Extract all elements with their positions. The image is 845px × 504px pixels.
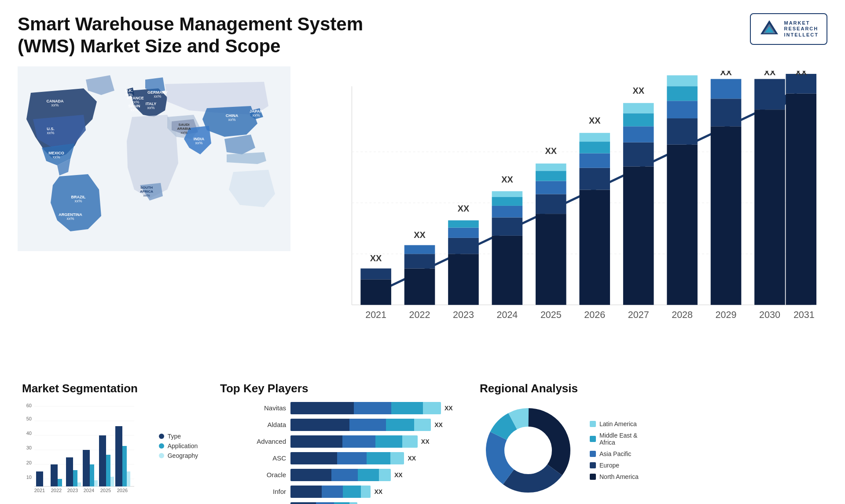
svg-text:2025: 2025 xyxy=(100,488,111,493)
header: Smart Warehouse Management System (WMS) … xyxy=(18,13,827,58)
player-xx-infor: XX xyxy=(374,488,382,495)
svg-rect-52 xyxy=(579,153,610,168)
legend-latin-america: Latin America xyxy=(590,420,639,427)
legend-geo-dot xyxy=(159,453,164,458)
svg-rect-62 xyxy=(667,144,698,305)
players-list: Navitas XX Aldata xyxy=(220,402,458,504)
legend-type: Type xyxy=(159,433,198,440)
svg-rect-100 xyxy=(99,435,106,486)
player-bar-highjump: XX xyxy=(290,502,458,504)
svg-rect-101 xyxy=(106,455,110,486)
svg-rect-70 xyxy=(754,110,785,305)
label-south-africa: SOUTH xyxy=(140,186,153,190)
player-navitas: Navitas XX xyxy=(220,402,458,414)
svg-text:XX: XX xyxy=(545,146,557,156)
svg-rect-38 xyxy=(492,236,523,305)
legend-mea-label: Middle East &Africa xyxy=(599,432,637,446)
segmentation-title: Market Segmentation xyxy=(22,382,198,395)
player-name-advanced: Advanced xyxy=(220,438,286,445)
x-label-2026: 2026 xyxy=(584,310,605,320)
svg-rect-67 xyxy=(711,126,742,305)
player-name-navitas: Navitas xyxy=(220,404,286,412)
logo-line3: INTELLECT xyxy=(784,32,819,38)
svg-rect-102 xyxy=(110,477,114,486)
legend-asia: Asia Pacific xyxy=(590,450,639,457)
regional-title: Regional Analysis xyxy=(480,382,823,395)
svg-rect-56 xyxy=(623,166,654,305)
svg-rect-53 xyxy=(579,142,610,153)
svg-text:XX: XX xyxy=(501,175,513,184)
svg-text:XX: XX xyxy=(632,85,644,95)
logo-line2: RESEARCH xyxy=(784,26,819,32)
legend-na-label: North America xyxy=(599,473,639,480)
x-label-2022: 2022 xyxy=(409,310,430,320)
legend-mea: Middle East &Africa xyxy=(590,432,639,446)
donut-svg xyxy=(480,402,577,499)
svg-text:XX: XX xyxy=(764,71,776,77)
svg-text:XX: XX xyxy=(414,230,426,240)
legend-application: Application xyxy=(159,442,198,449)
segmentation-section: Market Segmentation 60 50 40 30 20 10 xyxy=(18,377,202,504)
legend-europe-color xyxy=(590,462,596,468)
svg-text:xx%: xx% xyxy=(228,117,235,122)
legend-type-dot xyxy=(159,434,164,439)
legend-na-color xyxy=(590,474,596,480)
x-label-2029: 2029 xyxy=(716,310,737,320)
svg-text:xx%: xx% xyxy=(74,199,82,203)
svg-text:40: 40 xyxy=(26,431,32,436)
player-asc: ASC XX xyxy=(220,452,458,464)
legend-asia-label: Asia Pacific xyxy=(599,450,631,457)
svg-rect-68 xyxy=(711,99,742,126)
logo-text: MARKET RESEARCH INTELLECT xyxy=(784,20,819,38)
legend-app-label: Application xyxy=(168,442,198,449)
svg-rect-40 xyxy=(492,206,523,218)
svg-text:xx%: xx% xyxy=(66,216,74,221)
svg-text:2023: 2023 xyxy=(67,488,78,493)
svg-rect-39 xyxy=(492,217,523,235)
svg-rect-69 xyxy=(711,79,742,99)
svg-rect-92 xyxy=(51,464,58,486)
player-bar-advanced: XX xyxy=(290,435,458,448)
x-label-2028: 2028 xyxy=(672,310,693,320)
legend-la-color xyxy=(590,421,596,427)
player-highjump: HighJump Software XX xyxy=(220,502,458,504)
svg-text:2024: 2024 xyxy=(84,488,94,493)
svg-rect-97 xyxy=(83,450,90,486)
top-row: CANADA xx% U.S. xx% MEXICO xx% BRAZIL xx… xyxy=(18,66,827,369)
bar-chart-section: XX XX XX XX xyxy=(304,66,827,369)
svg-rect-93 xyxy=(58,479,62,486)
svg-text:xx%: xx% xyxy=(195,141,202,145)
logo-line1: MARKET xyxy=(784,20,819,26)
player-name-oracle: Oracle xyxy=(220,471,286,478)
svg-text:XX: XX xyxy=(370,253,382,263)
svg-rect-99 xyxy=(94,480,98,486)
svg-text:2022: 2022 xyxy=(51,488,62,493)
player-bar-navitas: XX xyxy=(290,402,458,414)
svg-text:xx%: xx% xyxy=(154,94,161,99)
page-container: Smart Warehouse Management System (WMS) … xyxy=(0,0,845,504)
player-name-infor: Infor xyxy=(220,488,286,495)
seg-chart: 60 50 40 30 20 10 xyxy=(22,402,136,503)
legend-asia-color xyxy=(590,451,596,457)
svg-text:XX: XX xyxy=(720,71,732,77)
svg-text:2021: 2021 xyxy=(34,488,45,493)
svg-rect-34 xyxy=(448,238,479,254)
svg-rect-60 xyxy=(623,103,654,113)
svg-rect-31 xyxy=(404,245,435,254)
legend-geography: Geography xyxy=(159,452,198,459)
svg-rect-66 xyxy=(667,75,698,86)
svg-rect-50 xyxy=(579,190,610,305)
svg-rect-65 xyxy=(667,86,698,101)
map-svg: CANADA xx% U.S. xx% MEXICO xx% BRAZIL xx… xyxy=(18,66,290,251)
x-label-2027: 2027 xyxy=(628,310,649,320)
label-saudi: SAUDI xyxy=(179,123,190,127)
player-xx-oracle: XX xyxy=(394,471,403,478)
svg-rect-94 xyxy=(66,457,73,486)
x-label-2025: 2025 xyxy=(540,310,562,320)
svg-rect-29 xyxy=(404,268,435,305)
svg-text:xx%: xx% xyxy=(47,131,54,135)
player-bar-asc: XX xyxy=(290,452,458,464)
svg-point-117 xyxy=(505,427,551,474)
players-section: Top Key Players Navitas XX xyxy=(216,377,462,504)
x-label-2024: 2024 xyxy=(496,310,518,320)
